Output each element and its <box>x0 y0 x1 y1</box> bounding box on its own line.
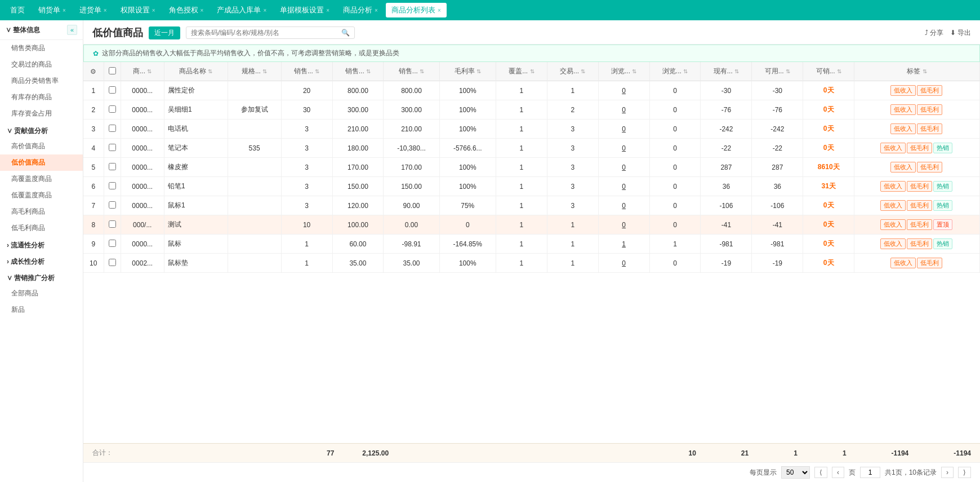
row-checkbox[interactable] <box>109 86 116 94</box>
footer-label: 合计： <box>92 448 113 458</box>
sidebar-item-traded-products[interactable]: 交易过的商品 <box>0 56 83 73</box>
sidebar-item-low-coverage[interactable]: 低覆盖度商品 <box>0 187 83 204</box>
row-checkbox[interactable] <box>109 105 116 113</box>
tag-低毛利: 低毛利 <box>917 162 942 173</box>
cell-name: 吴细细1 <box>164 100 228 120</box>
close-permission-icon[interactable]: × <box>152 7 155 14</box>
th-transaction[interactable]: 交易... ⇅ <box>547 62 598 81</box>
view1-link[interactable]: 1 <box>622 240 626 248</box>
sidebar-item-sales-products[interactable]: 销售类商品 <box>0 40 83 56</box>
nav-purchase-order[interactable]: 进货单 × <box>74 3 113 17</box>
th-tags[interactable]: 标签 ⇅ <box>854 62 980 81</box>
sidebar-item-category-sales-rate[interactable]: 商品分类销售率 <box>0 73 83 89</box>
search-icon[interactable]: 🔍 <box>341 29 350 37</box>
cell-checkbox <box>104 215 121 235</box>
page-total-label: 共1页，10条记录 <box>885 468 937 477</box>
cell-sales-price: 180.00 <box>332 139 384 158</box>
cell-coverage: 1 <box>496 120 547 139</box>
th-margin[interactable]: 毛利率 ⇅ <box>439 62 496 81</box>
th-sellable[interactable]: 可销... ⇅ <box>803 62 854 81</box>
th-coverage[interactable]: 覆盖... ⇅ <box>496 62 547 81</box>
close-product-analysis-icon[interactable]: × <box>375 7 378 14</box>
view1-link[interactable]: 0 <box>622 202 626 210</box>
row-checkbox[interactable] <box>109 125 116 132</box>
view1-link[interactable]: 0 <box>622 144 626 152</box>
sidebar-item-low-value[interactable]: 低价值商品 <box>0 154 83 171</box>
export-button[interactable]: ⬇ 导出 <box>950 28 971 38</box>
th-sales-qty[interactable]: 销售... ⇅ <box>281 62 332 81</box>
share-button[interactable]: ⤴ 分享 <box>925 28 943 38</box>
close-template-setting-icon[interactable]: × <box>326 7 329 14</box>
view1-link[interactable]: 0 <box>622 125 626 133</box>
row-checkbox[interactable] <box>109 201 116 209</box>
cell-available: -19 <box>752 254 803 273</box>
nav-permission[interactable]: 权限设置 × <box>115 3 161 17</box>
nav-template-setting[interactable]: 单据模板设置 × <box>274 3 335 17</box>
nav-home[interactable]: 首页 <box>5 3 30 17</box>
close-role-auth-icon[interactable]: × <box>201 7 204 14</box>
sidebar-item-high-value[interactable]: 高价值商品 <box>0 138 83 154</box>
view1-link[interactable]: 0 <box>622 221 626 229</box>
cell-transaction: 1 <box>547 215 598 235</box>
sidebar-item-high-margin[interactable]: 高毛利商品 <box>0 204 83 220</box>
nav-sales-order[interactable]: 销货单 × <box>33 3 72 17</box>
table-footer: 合计： 77 2,125.00 10 21 1 1 -1194 -1194 <box>83 443 980 462</box>
row-checkbox[interactable] <box>109 144 116 151</box>
view1-link[interactable]: 0 <box>622 87 626 95</box>
close-purchase-order-icon[interactable]: × <box>104 7 107 14</box>
prev-page-btn[interactable]: ‹ <box>832 467 844 478</box>
sidebar-item-inventory-capital[interactable]: 库存资金占用 <box>0 105 83 122</box>
view1-link[interactable]: 0 <box>622 183 626 191</box>
cell-name: 鼠标垫 <box>164 254 228 273</box>
view1-link[interactable]: 0 <box>622 106 626 114</box>
last-page-btn[interactable]: ⟩ <box>958 467 971 478</box>
cell-transaction: 3 <box>547 196 598 215</box>
nav-product-analysis[interactable]: 商品分析 × <box>337 3 384 17</box>
th-code[interactable]: 商... ⇅ <box>121 62 164 81</box>
th-available[interactable]: 可用... ⇅ <box>752 62 803 81</box>
period-button[interactable]: 近一月 <box>149 26 180 39</box>
close-product-analysis-list-icon[interactable]: × <box>438 7 441 14</box>
th-sales-price[interactable]: 销售... ⇅ <box>332 62 384 81</box>
page-size-select[interactable]: 50 100 200 <box>781 466 810 479</box>
view1-link[interactable]: 0 <box>622 163 626 171</box>
next-page-btn[interactable]: › <box>941 467 954 478</box>
th-view2[interactable]: 浏览... ⇅ <box>649 62 701 81</box>
th-spec[interactable]: 规格... ⇅ <box>228 62 281 81</box>
row-checkbox[interactable] <box>109 182 116 189</box>
cell-index: 6 <box>83 177 104 196</box>
row-checkbox[interactable] <box>109 240 116 247</box>
th-current-stock[interactable]: 现有... ⇅ <box>701 62 752 81</box>
th-settings[interactable]: ⚙ <box>83 62 104 81</box>
footer-transaction: 21 <box>741 449 749 457</box>
search-input[interactable] <box>191 29 339 37</box>
row-checkbox[interactable] <box>109 163 116 170</box>
cell-current-stock: -22 <box>701 139 752 158</box>
sidebar-item-all-products[interactable]: 全部商品 <box>0 285 83 302</box>
cell-index: 7 <box>83 196 104 215</box>
th-name[interactable]: 商品名称 ⇅ <box>164 62 228 81</box>
nav-product-analysis-list[interactable]: 商品分析列表 × <box>386 3 447 17</box>
th-view1[interactable]: 浏览... ⇅ <box>598 62 649 81</box>
first-page-btn[interactable]: ⟨ <box>814 467 827 478</box>
select-all-checkbox[interactable] <box>109 67 116 74</box>
row-checkbox[interactable] <box>109 220 116 228</box>
sidebar-item-new-products[interactable]: 新品 <box>0 302 83 318</box>
sidebar-item-in-stock[interactable]: 有库存的商品 <box>0 89 83 105</box>
view1-link[interactable]: 0 <box>622 259 626 267</box>
footer-view2: 1 <box>843 449 847 457</box>
tag-热销: 热销 <box>933 143 952 153</box>
sidebar-item-high-coverage[interactable]: 高覆盖度商品 <box>0 171 83 187</box>
sidebar-collapse-btn[interactable]: « <box>67 25 77 35</box>
th-sales-amount[interactable]: 销售... ⇅ <box>384 62 439 81</box>
cell-sales-qty: 3 <box>281 196 332 215</box>
close-sales-order-icon[interactable]: × <box>63 7 66 14</box>
page-number-input[interactable] <box>860 467 880 478</box>
nav-role-auth[interactable]: 角色授权 × <box>163 3 210 17</box>
close-product-warehousing-icon[interactable]: × <box>263 7 266 14</box>
sidebar-item-low-margin[interactable]: 低毛利商品 <box>0 220 83 236</box>
row-checkbox[interactable] <box>109 259 116 266</box>
nav-product-warehousing[interactable]: 产成品入库单 × <box>211 3 272 17</box>
cell-code: 0000... <box>121 196 164 215</box>
cell-margin: 100% <box>439 254 496 273</box>
